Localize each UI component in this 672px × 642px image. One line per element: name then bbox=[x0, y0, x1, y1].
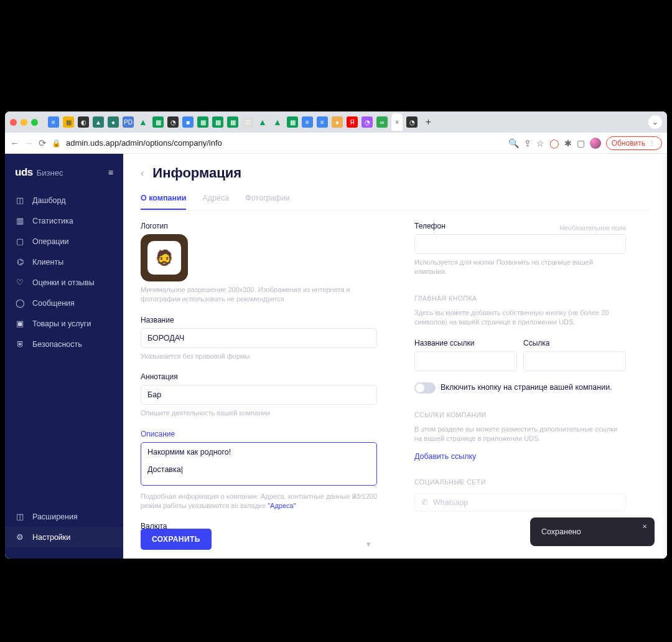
sidebar-item-security[interactable]: ⛨Безопасность bbox=[5, 334, 123, 354]
tab-icon[interactable]: ◔ bbox=[406, 116, 418, 128]
address-bar[interactable]: admin.uds.app/admin/options/company/info bbox=[66, 138, 503, 148]
tab-icon[interactable]: ≡ bbox=[317, 116, 328, 128]
sidebar-item-dashboard[interactable]: ◫Дашборд bbox=[5, 190, 123, 210]
share-icon[interactable]: ⇪ bbox=[524, 138, 531, 148]
panel-icon[interactable]: ▢ bbox=[577, 138, 585, 148]
tab-icon[interactable]: ▦ bbox=[63, 116, 74, 128]
tab-icon[interactable]: ▲ bbox=[272, 116, 283, 128]
annotation-label: Аннотация bbox=[141, 372, 377, 381]
logo-image: 🧔 bbox=[147, 241, 181, 275]
sidebar-item-settings[interactable]: ⚙Настройки bbox=[5, 527, 123, 547]
tabs-overflow-button[interactable]: ⌄ bbox=[648, 115, 662, 129]
tab-icon[interactable]: PD bbox=[123, 116, 134, 128]
tab-icon[interactable]: ▲ bbox=[93, 116, 104, 128]
maximize-window-button[interactable] bbox=[31, 119, 38, 126]
tab-icon[interactable]: ▦ bbox=[212, 116, 223, 128]
tab-icon[interactable]: ▦ bbox=[227, 116, 238, 128]
profile-avatar[interactable] bbox=[590, 138, 601, 149]
tab-icon[interactable]: ≡ bbox=[302, 116, 313, 128]
active-tab[interactable]: × bbox=[391, 113, 403, 131]
lock-icon[interactable]: 🔒 bbox=[52, 139, 61, 148]
bag-icon: ▣ bbox=[15, 319, 25, 328]
description-textarea[interactable] bbox=[141, 442, 377, 486]
search-icon[interactable]: 🔍 bbox=[508, 138, 519, 148]
users-icon: ⌬ bbox=[15, 257, 25, 267]
description-hint: Подробная информация о компании. Адреса,… bbox=[141, 492, 377, 511]
tab-icon[interactable]: ▲ bbox=[138, 116, 149, 128]
social-item-whatsapp[interactable]: ✆ Whatsapp bbox=[414, 493, 626, 511]
toggle-label: Включить кнопку на странице вашей компан… bbox=[441, 382, 612, 394]
page-title: Информация bbox=[152, 165, 241, 181]
tab-icon[interactable]: ▦ bbox=[152, 116, 164, 128]
tab-icon[interactable]: ● bbox=[332, 116, 343, 128]
reload-button[interactable]: ⟳ bbox=[39, 138, 47, 149]
tab-icon[interactable]: ● bbox=[108, 116, 119, 128]
name-input[interactable] bbox=[141, 328, 377, 348]
linkurl-input[interactable] bbox=[523, 351, 626, 371]
browser-toolbar: ← → ⟳ 🔒 admin.uds.app/admin/options/comp… bbox=[5, 133, 667, 154]
back-button[interactable]: ← bbox=[10, 138, 19, 148]
sidebar-item-operations[interactable]: ▢Операции bbox=[5, 231, 123, 252]
tab-addresses[interactable]: Адреса bbox=[202, 190, 229, 210]
back-link[interactable]: ‹ bbox=[141, 168, 144, 179]
add-link-button[interactable]: Добавить ссылку bbox=[414, 452, 626, 461]
sidebar-item-reviews[interactable]: ♡Оценки и отзывы bbox=[5, 272, 123, 293]
sidebar-item-statistics[interactable]: ▥Статистика bbox=[5, 210, 123, 231]
company-logo[interactable]: 🧔 bbox=[141, 234, 188, 281]
left-column: Логотип 🧔 Минимальное разрешение 200x200… bbox=[141, 222, 377, 559]
new-tab-button[interactable]: + bbox=[421, 115, 435, 129]
sidebar-menu: ◫Дашборд ▥Статистика ▢Операции ⌬Клиенты … bbox=[5, 190, 123, 354]
close-window-button[interactable] bbox=[10, 119, 17, 126]
tab-icon[interactable]: ≡ bbox=[48, 116, 59, 128]
sidebar-item-products[interactable]: ▣Товары и услуги bbox=[5, 313, 123, 334]
save-button[interactable]: СОХРАНИТЬ bbox=[141, 529, 212, 550]
logo-hint: Минимальное разрешение 200x200. Изображе… bbox=[141, 285, 377, 304]
close-tab-icon[interactable]: × bbox=[395, 118, 399, 126]
update-button[interactable]: Обновить⋮ bbox=[606, 136, 662, 150]
tab-about[interactable]: О компании bbox=[141, 190, 186, 210]
sidebar-item-clients[interactable]: ⌬Клиенты bbox=[5, 252, 123, 272]
sidebar-footer: ◫Расширения ⚙Настройки bbox=[5, 506, 123, 559]
tab-icon[interactable]: ☰ bbox=[242, 116, 253, 128]
description-label: Описание bbox=[141, 430, 377, 438]
extension-icon[interactable]: ◯ bbox=[549, 138, 559, 148]
annotation-input[interactable] bbox=[141, 385, 377, 405]
gear-icon: ⚙ bbox=[15, 532, 25, 542]
bookmark-icon[interactable]: ☆ bbox=[536, 138, 544, 148]
tab-icon[interactable]: ∞ bbox=[376, 116, 388, 128]
window-controls bbox=[10, 119, 38, 126]
tab-icon[interactable]: ▦ bbox=[287, 116, 298, 128]
toast: Сохранено ✕ bbox=[530, 517, 655, 546]
logo-label: Логотип bbox=[141, 222, 377, 230]
star-icon: ♡ bbox=[15, 278, 25, 287]
phone-optional: Необязательное поле bbox=[559, 224, 626, 232]
chat-icon: ◯ bbox=[15, 298, 25, 308]
extensions-button[interactable]: ✱ bbox=[564, 138, 572, 148]
collapse-sidebar-button[interactable]: ≡ bbox=[108, 168, 113, 177]
grid-icon: ◫ bbox=[15, 512, 25, 521]
phone-input[interactable] bbox=[414, 234, 626, 254]
addresses-link[interactable]: "Адреса" bbox=[268, 502, 296, 509]
minimize-window-button[interactable] bbox=[21, 119, 27, 126]
shield-icon: ⛨ bbox=[15, 339, 25, 349]
linkname-input[interactable] bbox=[414, 351, 517, 371]
tab-photos[interactable]: Фотографии bbox=[245, 190, 289, 210]
tab-icon[interactable]: ■ bbox=[182, 116, 194, 128]
sidebar: uds Бизнес ≡ ◫Дашборд ▥Статистика ▢Опера… bbox=[5, 154, 123, 559]
right-column: Телефон Необязательное поле Используется… bbox=[414, 222, 626, 559]
tab-icon[interactable]: ◔ bbox=[167, 116, 179, 128]
forward-button[interactable]: → bbox=[24, 138, 34, 148]
enable-button-toggle[interactable] bbox=[414, 382, 436, 394]
toast-close-button[interactable]: ✕ bbox=[640, 521, 650, 531]
tab-icon[interactable]: ▲ bbox=[257, 116, 268, 128]
brand: uds Бизнес ≡ bbox=[5, 159, 123, 190]
tab-icon[interactable]: Я bbox=[347, 116, 358, 128]
tab-icon[interactable]: ▦ bbox=[197, 116, 208, 128]
sidebar-item-messages[interactable]: ◯Сообщения bbox=[5, 293, 123, 313]
page-tabs: О компании Адреса Фотографии bbox=[141, 190, 650, 210]
tab-icon[interactable]: ◔ bbox=[362, 116, 373, 128]
tab-icon[interactable]: ◐ bbox=[78, 116, 89, 128]
name-label: Название bbox=[141, 316, 377, 324]
social-title: СОЦИАЛЬНЫЕ СЕТИ bbox=[414, 478, 626, 486]
sidebar-item-extensions[interactable]: ◫Расширения bbox=[5, 506, 123, 527]
